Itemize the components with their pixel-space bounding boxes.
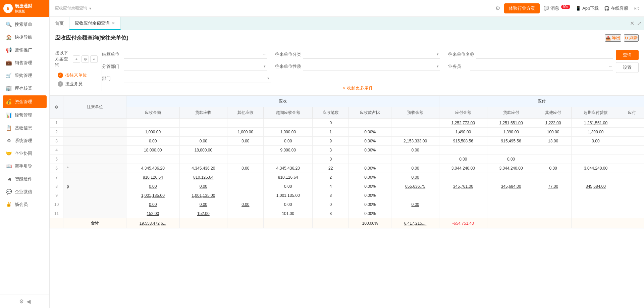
cell-val[interactable]: 1,390.00	[487, 128, 535, 137]
tab-bar-actions: ✕ ⤢	[627, 17, 644, 30]
query-button[interactable]: 查询	[616, 50, 639, 60]
user-display[interactable]: Rit	[634, 6, 639, 11]
cell-val[interactable]: 18,000.00	[126, 146, 179, 155]
cell-val[interactable]: 0.00	[535, 164, 571, 173]
cell-val[interactable]: 4,345,436.20	[179, 164, 227, 173]
scheme-collapse-btn[interactable]: «	[90, 55, 98, 63]
cell-val[interactable]: 810,126.64	[179, 173, 227, 182]
cell-val[interactable]: 1,252,773.00	[439, 119, 487, 128]
refresh-button[interactable]: ↻ 刷新	[624, 34, 639, 42]
sidebar-item-enterprise[interactable]: 🤝企业协同	[0, 147, 49, 160]
collapse-footer-icon[interactable]: ◀	[26, 298, 31, 305]
sidebar-item-hardware[interactable]: 🖥智能硬件	[0, 173, 49, 185]
tab-close-icon[interactable]: ✕	[112, 21, 115, 26]
cell-val[interactable]: 0.00	[126, 200, 179, 209]
cell-val[interactable]: 655,636.75	[391, 182, 439, 191]
app-download-group[interactable]: 📱 App下载	[576, 5, 599, 11]
sidebar-item-quick-nav[interactable]: 🏠快捷导航	[0, 31, 49, 44]
cell-val[interactable]: 0.00	[391, 173, 439, 182]
cell-val[interactable]: 13.00	[535, 137, 571, 146]
settings-footer-icon[interactable]: ⚙	[19, 298, 24, 305]
sidebar-item-system[interactable]: ⚙系统管理	[0, 134, 49, 147]
cell-val[interactable]: 0.00	[179, 137, 227, 146]
cell-val[interactable]: 345,684.00	[571, 182, 620, 191]
salesperson-input[interactable]: ···	[470, 62, 613, 71]
cell-val[interactable]: 1,490.00	[439, 128, 487, 137]
sidebar-item-guide[interactable]: 📖新手引导	[0, 160, 49, 173]
tab-expand-btn[interactable]: ⤢	[637, 20, 641, 27]
partner-type-input[interactable]: ▾	[303, 50, 440, 59]
cell-val[interactable]: 0.00	[391, 200, 439, 209]
add-scheme-btn[interactable]: +	[73, 55, 80, 63]
settings-button[interactable]: 设置	[616, 62, 639, 73]
header-settings-icon[interactable]: ⚙	[495, 5, 500, 11]
cell-val[interactable]: 152.00	[179, 209, 227, 218]
scheme-settings-btn[interactable]: ⊙	[82, 55, 89, 63]
sidebar-item-operation[interactable]: 📊经营管理	[0, 109, 49, 122]
cell-val[interactable]: 3,044,240.00	[439, 164, 487, 173]
breadcrumb-arrow[interactable]: ▾	[89, 6, 91, 11]
sidebar-item-wechat[interactable]: 💬企业微信	[0, 185, 49, 198]
cell-val[interactable]: 2,153,333.00	[391, 137, 439, 146]
scheme-option-staff[interactable]: ○ 按业务员	[55, 80, 98, 88]
sidebar-item-finance[interactable]: 💰资金管理	[3, 95, 47, 108]
cell-val[interactable]: 152.00	[126, 209, 179, 218]
sidebar-item-search-menu[interactable]: 🔍搜索菜单	[0, 18, 49, 31]
promo-button[interactable]: 体验行业方案	[504, 3, 540, 13]
dept-input[interactable]: ▾	[124, 62, 267, 71]
cell-val[interactable]: 18,000.00	[179, 146, 227, 155]
online-service-group[interactable]: 🎧 在线客服	[604, 5, 628, 11]
tab-home[interactable]: 首页	[50, 17, 69, 30]
cell-val[interactable]: 77.00	[535, 182, 571, 191]
sidebar-item-marketing[interactable]: 📢营销推广	[0, 44, 49, 56]
cell-val[interactable]: 915,495.56	[487, 137, 535, 146]
cell-val[interactable]: 100.00	[535, 128, 571, 137]
sidebar-item-purchase[interactable]: 🛒采购管理	[0, 69, 49, 82]
export-button[interactable]: 📤 导出	[605, 34, 621, 42]
tab-ar-ap[interactable]: 应收应付余额查询 ✕	[69, 17, 121, 30]
cell-val[interactable]: 3,044,240.00	[571, 164, 620, 173]
cell-val[interactable]: 1,001,135.00	[179, 191, 227, 200]
cell-val[interactable]: 1,000.00	[126, 128, 179, 137]
cell-val[interactable]: 1,222.00	[535, 119, 571, 128]
cell-val[interactable]: 0.00	[179, 182, 227, 191]
total-ar-amount[interactable]: 19,553,472,6...	[126, 218, 179, 228]
cell-val[interactable]: 0.00	[487, 155, 535, 164]
department-input[interactable]: ▾	[124, 74, 271, 83]
cell-val[interactable]: 1,390.00	[571, 128, 620, 137]
cell-val[interactable]: 1,251,551.00	[487, 119, 535, 128]
sidebar-item-warehouse[interactable]: 🏢库存核算	[0, 82, 49, 95]
cell-val[interactable]: 0.00	[126, 182, 179, 191]
sidebar-item-member[interactable]: ✌畅会员	[0, 198, 49, 211]
total-ar-prepay[interactable]: 6,417,215....	[391, 218, 439, 228]
sidebar-item-sales[interactable]: 💼销售管理	[0, 56, 49, 69]
tab-close-btn[interactable]: ✕	[630, 20, 634, 27]
settlement-input[interactable]: ···	[124, 50, 267, 59]
message-group[interactable]: 💬 消息 99+	[544, 5, 570, 11]
sidebar-item-basic[interactable]: 📋基础信息	[0, 122, 49, 134]
cell-val[interactable]: 4,345,436.20	[126, 164, 179, 173]
collapse-more-btn[interactable]: ∧ 收起更多条件	[102, 85, 613, 91]
cell-val[interactable]: 0.00	[227, 200, 264, 209]
cell-val[interactable]: 0.00	[391, 146, 439, 155]
partner-nature-input[interactable]: ▾	[303, 62, 440, 71]
cell-val[interactable]: 0.00	[391, 164, 439, 173]
cell-val[interactable]: 0.00	[227, 164, 264, 173]
table-container[interactable]: ⚙ 往来单位 应收 应付 应收金额 贷款应收 其他应收 超期应收金额 应收笔数 …	[50, 95, 644, 308]
cell-val[interactable]: 3,044,240.00	[487, 164, 535, 173]
cell-val[interactable]: 1,251,551.00	[571, 119, 620, 128]
th-settings[interactable]: ⚙	[50, 96, 63, 119]
cell-val[interactable]: 1,001,135.00	[126, 191, 179, 200]
cell-val[interactable]: 810,126.64	[126, 173, 179, 182]
cell-val[interactable]: 345,761.00	[439, 182, 487, 191]
scheme-option-partner[interactable]: ✓ 按往来单位	[55, 71, 98, 80]
cell-val[interactable]: 1,000.00	[227, 128, 264, 137]
cell-val[interactable]: 0.00	[439, 155, 487, 164]
cell-val[interactable]: 345,684.00	[487, 182, 535, 191]
cell-val[interactable]: 0.00	[126, 137, 179, 146]
cell-val[interactable]: 915,508.56	[439, 137, 487, 146]
partner-name-input[interactable]	[476, 50, 613, 59]
cell-val[interactable]: 0.00	[571, 137, 620, 146]
cell-val[interactable]: 0.00	[227, 137, 264, 146]
cell-val[interactable]: 0.00	[179, 200, 227, 209]
